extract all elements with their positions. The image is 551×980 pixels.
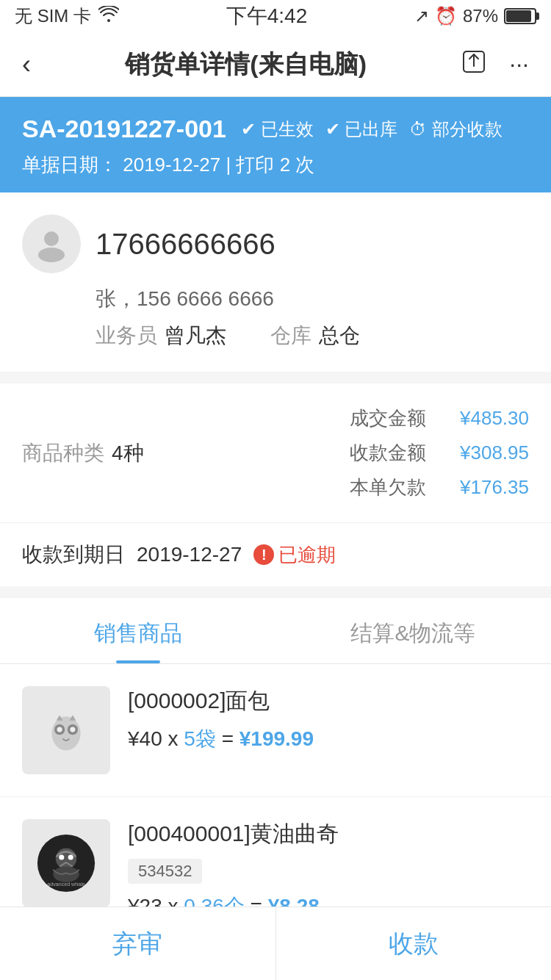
status-bar: 无 SIM 卡 下午4:42 ↗ ⏰ 87% — [0, 0, 551, 32]
tab-settlement[interactable]: 结算&物流等 — [276, 598, 551, 663]
product-info-1: [0000002]面包 ¥40 x 5袋 = ¥199.99 — [128, 686, 529, 753]
salesperson-value: 曾凡杰 — [165, 322, 226, 350]
nav-actions: ··· — [461, 48, 529, 81]
confirm-button[interactable]: 收款 — [276, 907, 552, 980]
salesperson-label: 业务员 — [96, 322, 157, 350]
customer-section: 17666666666 张，156 6666 6666 业务员 曾凡杰 仓库 总… — [0, 192, 551, 372]
overdue-text: 已逾期 — [278, 542, 336, 568]
alarm-icon: ⏰ — [435, 6, 457, 26]
product-kind-label: 商品种类 — [22, 439, 104, 467]
product-price-text-1: ¥40 x — [128, 727, 184, 750]
due-date: 2019-12-27 — [137, 543, 242, 566]
svg-point-9 — [70, 727, 75, 732]
svg-text:advanced whale: advanced whale — [47, 882, 84, 887]
warehouse-label: 仓库 — [270, 322, 311, 350]
product-price-1: ¥40 x 5袋 = ¥199.99 — [128, 725, 529, 753]
battery-icon — [504, 8, 536, 24]
wifi-icon — [98, 6, 119, 26]
tabs: 销售商品 结算&物流等 — [0, 598, 551, 664]
nav-bar: ‹ 销货单详情(来自电脑) ··· — [0, 32, 551, 97]
battery-text: 87% — [463, 6, 498, 26]
summary-section: 商品种类 4种 成交金额 ¥485.30 收款金额 ¥308.95 本单欠款 ¥… — [0, 383, 551, 522]
cancel-button[interactable]: 弃审 — [0, 907, 276, 980]
divider-1 — [0, 372, 551, 383]
deal-amount-label: 成交金额 — [350, 406, 426, 431]
tab-sales-products[interactable]: 销售商品 — [0, 598, 276, 663]
location-icon: ↗ — [414, 6, 429, 26]
status-bar-right: ↗ ⏰ 87% — [414, 6, 536, 26]
debt-value: ¥176.35 — [441, 476, 529, 499]
back-button[interactable]: ‹ — [22, 49, 31, 80]
status-bar-left: 无 SIM 卡 — [15, 4, 119, 28]
order-date: 2019-12-27 — [123, 154, 220, 176]
order-meta: 单据日期： 2019-12-27 | 打印 2 次 — [22, 152, 529, 178]
svg-point-5 — [51, 716, 80, 750]
order-date-label: 单据日期： — [22, 154, 118, 176]
received-value: ¥308.95 — [441, 442, 529, 464]
debt-label: 本单欠款 — [350, 475, 426, 500]
badge-partial-payment: ⏱ 部分收款 — [409, 118, 503, 141]
product-qty-1: 5袋 — [184, 727, 216, 750]
received-label: 收款金额 — [350, 440, 426, 466]
svg-point-14 — [68, 854, 73, 860]
svg-point-12 — [53, 866, 79, 882]
product-list: [0000002]面包 ¥40 x 5袋 = ¥199.99 advanced … — [0, 664, 551, 943]
more-button[interactable]: ··· — [509, 51, 529, 78]
product-name-1: [0000002]面包 — [128, 686, 529, 716]
svg-point-3 — [38, 248, 65, 262]
product-eq-1: = — [216, 727, 240, 750]
badge-effective: ✔ 已生效 — [241, 118, 314, 141]
bottom-bar: 弃审 收款 — [0, 907, 551, 980]
product-kind-count: 4种 — [112, 439, 144, 467]
tabs-section: 销售商品 结算&物流等 — [0, 598, 551, 664]
carrier-text: 无 SIM 卡 — [15, 4, 91, 28]
due-label: 收款到期日 — [22, 541, 125, 569]
overdue-badge: ! 已逾期 — [253, 542, 336, 568]
status-bar-time: 下午4:42 — [226, 2, 308, 30]
product-total-1: ¥199.99 — [240, 727, 314, 750]
customer-name-phone: 张，156 6666 6666 — [22, 285, 529, 313]
customer-detail: 业务员 曾凡杰 仓库 总仓 — [22, 322, 529, 350]
avatar — [22, 215, 81, 273]
share-button[interactable] — [461, 48, 487, 81]
badge-shipped: ✔ 已出库 — [325, 118, 398, 141]
product-sku-2: 534532 — [128, 859, 202, 884]
svg-point-2 — [44, 231, 59, 246]
svg-point-8 — [57, 727, 62, 732]
order-header: SA-20191227-001 ✔ 已生效 ✔ 已出库 ⏱ 部分收款 单据日期：… — [0, 97, 551, 192]
customer-id: 17666666666 — [96, 228, 276, 261]
product-image-1 — [22, 686, 110, 774]
order-badges: ✔ 已生效 ✔ 已出库 ⏱ 部分收款 — [241, 118, 503, 141]
due-section: 收款到期日 2019-12-27 ! 已逾期 — [0, 522, 551, 586]
list-item: [0000002]面包 ¥40 x 5袋 = ¥199.99 — [0, 664, 551, 797]
warehouse-value: 总仓 — [319, 322, 360, 350]
svg-point-13 — [59, 854, 64, 860]
order-id: SA-20191227-001 — [22, 115, 226, 143]
product-image-2: advanced whale — [22, 819, 110, 907]
deal-amount-value: ¥485.30 — [441, 407, 529, 430]
page-title: 销货单详情(来自电脑) — [125, 48, 367, 82]
overdue-icon: ! — [253, 544, 274, 565]
order-print-count: | 打印 2 次 — [226, 154, 314, 176]
product-name-2: [000400001]黄油曲奇 — [128, 819, 529, 849]
product-info-2: [000400001]黄油曲奇 534532 ¥23 x 0.36个 = ¥8.… — [128, 819, 529, 920]
